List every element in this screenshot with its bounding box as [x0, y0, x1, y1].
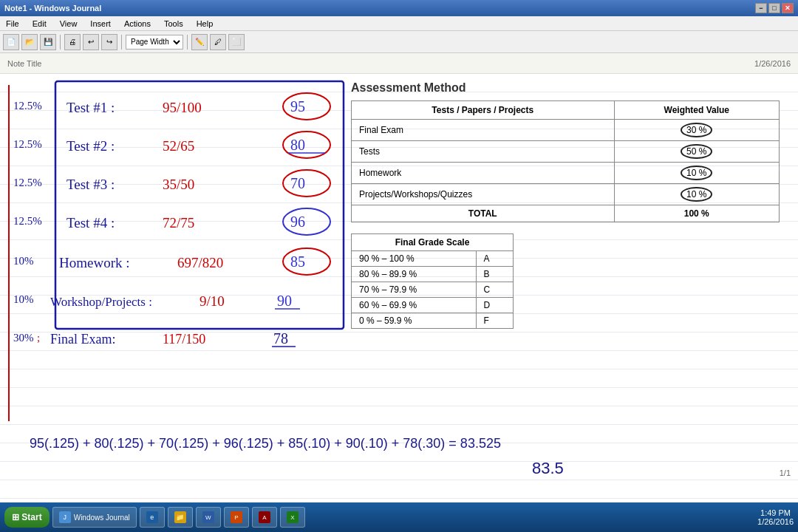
separator1	[60, 35, 61, 50]
svg-text:95: 95	[290, 98, 305, 115]
menu-actions[interactable]: Actions	[121, 18, 154, 30]
assessment-area: Assessment Method Tests / Papers / Proje…	[351, 81, 780, 329]
title-bar-text: Note1 - Windows Journal	[4, 4, 101, 13]
svg-text:697/820: 697/820	[177, 255, 223, 270]
col-header-tests: Tests / Papers / Projects	[352, 101, 615, 120]
menu-help[interactable]: Help	[194, 18, 216, 30]
menu-file[interactable]: File	[3, 18, 22, 30]
circle-50: 50 %	[681, 144, 712, 159]
menu-edit[interactable]: Edit	[30, 18, 50, 30]
grade-letter-d: D	[476, 298, 513, 313]
table-row: Final Exam 30 %	[352, 120, 780, 141]
note-header: Note Title 1/26/2016	[0, 53, 798, 74]
row-final-exam-label: Final Exam	[352, 120, 615, 141]
start-button[interactable]: ⊞ Start	[4, 507, 50, 528]
taskbar-date: 1/26/2016	[757, 517, 794, 526]
title-bar-buttons: − □ ✕	[755, 3, 794, 13]
taskbar-journal[interactable]: J Windows Journal	[52, 507, 137, 528]
taskbar-ie[interactable]: e	[140, 507, 165, 528]
svg-text:90: 90	[277, 293, 292, 309]
svg-text:96: 96	[290, 214, 305, 230]
formula-text: 95(.125) + 80(.125) + 70(.125) + 96(.125…	[30, 436, 783, 451]
svg-text:12.5%: 12.5%	[13, 177, 42, 188]
calculation-area: 95(.125) + 80(.125) + 70(.125) + 96(.125…	[30, 436, 783, 478]
svg-text:70: 70	[290, 175, 305, 191]
result-text: 83.5	[30, 459, 783, 478]
menu-bar: File Edit View Insert Actions Tools Help	[0, 16, 798, 31]
new-button[interactable]: 📄	[3, 34, 19, 50]
svg-text:78: 78	[273, 330, 288, 347]
zoom-dropdown[interactable]: Page Width 75% 100%	[126, 35, 183, 50]
row-tests-label: Tests	[352, 141, 615, 163]
separator3	[187, 35, 188, 50]
save-button[interactable]: 💾	[40, 34, 56, 50]
journal-icon: J	[59, 511, 71, 523]
grade-scale-table: Final Grade Scale 90 % – 100 % A 80 % – …	[351, 233, 514, 329]
ppt-icon: P	[231, 511, 242, 523]
grade-row-a: 90 % – 100 % A	[352, 251, 514, 267]
journal-label: Windows Journal	[74, 514, 130, 522]
close-button[interactable]: ✕	[782, 3, 794, 13]
svg-text:95/100: 95/100	[163, 100, 202, 115]
grade-range-c: 70 % – 79.9 %	[352, 282, 477, 298]
grade-letter-a: A	[476, 251, 513, 267]
ie-icon: e	[146, 511, 158, 523]
access-icon: A	[259, 511, 270, 523]
grade-range-b: 80 % – 89.9 %	[352, 267, 477, 282]
maximize-button[interactable]: □	[768, 3, 780, 13]
explorer-icon: 📁	[174, 511, 186, 523]
print-button[interactable]: 🖨	[64, 34, 81, 50]
circle-30: 30 %	[681, 123, 712, 137]
table-row: Projects/Workshops/Quizzes 10 %	[352, 184, 780, 205]
svg-text:12.5%: 12.5%	[13, 215, 42, 227]
svg-text:52/65: 52/65	[163, 138, 194, 154]
taskbar-ppt[interactable]: P	[224, 507, 249, 528]
svg-text:80: 80	[290, 137, 305, 153]
taskbar-explorer[interactable]: 📁	[168, 507, 193, 528]
clock: 1:49 PM 1/26/2016	[757, 508, 794, 526]
svg-text:117/150: 117/150	[163, 332, 205, 347]
note-title[interactable]: Note Title	[7, 59, 41, 68]
page-number: 1/1	[780, 468, 791, 477]
row-projects-label: Projects/Workshops/Quizzes	[352, 184, 615, 205]
svg-text:Homework :: Homework :	[59, 255, 130, 270]
row-tests-value: 50 %	[614, 141, 779, 163]
menu-insert[interactable]: Insert	[87, 18, 114, 30]
svg-text:Test #1 :: Test #1 :	[66, 100, 115, 115]
grade-range-f: 0 % – 59.9 %	[352, 313, 477, 329]
open-button[interactable]: 📂	[21, 34, 38, 50]
grade-letter-c: C	[476, 282, 513, 298]
canvas: 12.5% Test #1 : 95/100 95 12.5% Test #2 …	[0, 74, 798, 513]
row-final-exam-value: 30 %	[614, 120, 779, 141]
minimize-button[interactable]: −	[755, 3, 767, 13]
row-projects-value: 10 %	[614, 184, 779, 205]
undo-button[interactable]: ↩	[83, 34, 99, 50]
grade-row-b: 80 % – 89.9 % B	[352, 267, 514, 282]
row-homework-value: 10 %	[614, 163, 779, 184]
svg-text:12.5%: 12.5%	[13, 138, 42, 150]
grade-row-f: 0 % – 59.9 % F	[352, 313, 514, 329]
svg-text:Test #4 :: Test #4 :	[66, 215, 115, 231]
excel-icon: X	[287, 511, 299, 523]
menu-view[interactable]: View	[57, 18, 81, 30]
circle-10b: 10 %	[681, 187, 712, 202]
taskbar-word[interactable]: W	[196, 507, 221, 528]
menu-tools[interactable]: Tools	[161, 18, 186, 30]
grade-row-d: 60 % – 69.9 % D	[352, 298, 514, 313]
assessment-title: Assessment Method	[351, 81, 780, 95]
grade-row-c: 70 % – 79.9 % C	[352, 282, 514, 298]
highlight-button[interactable]: 🖊	[210, 34, 226, 50]
pen-button[interactable]: ✏️	[191, 34, 208, 50]
svg-text:Workshop/Projects :: Workshop/Projects :	[50, 295, 152, 309]
svg-text:30%: 30%	[13, 332, 34, 344]
grade-range-d: 60 % – 69.9 %	[352, 298, 477, 313]
eraser-button[interactable]: ⬜	[228, 34, 245, 50]
grade-scale-header: Final Grade Scale	[352, 234, 514, 251]
taskbar-access[interactable]: A	[252, 507, 277, 528]
taskbar-left: ⊞ Start J Windows Journal e 📁 W P A X	[4, 507, 305, 528]
svg-text:Final Exam:: Final Exam:	[50, 332, 116, 347]
redo-button[interactable]: ↪	[101, 34, 117, 50]
title-bar: Note1 - Windows Journal − □ ✕	[0, 0, 798, 16]
taskbar-excel[interactable]: X	[280, 507, 305, 528]
total-row: TOTAL 100 %	[352, 205, 780, 222]
